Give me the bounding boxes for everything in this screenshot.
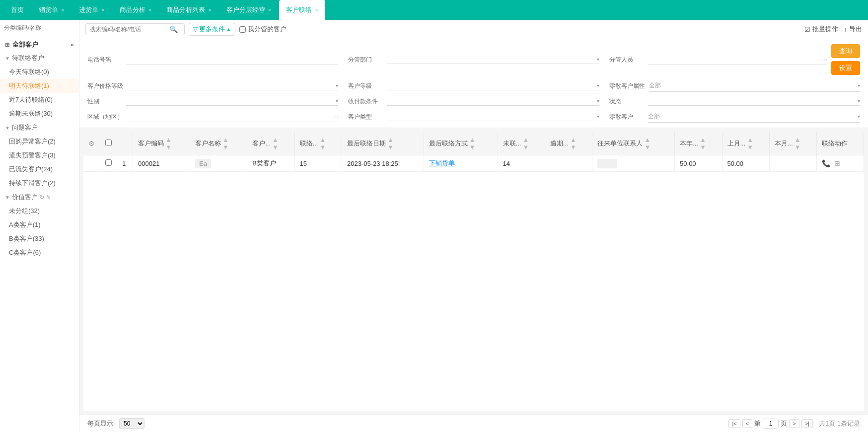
- col-name: 客户名称 ▲▼: [190, 132, 247, 155]
- first-page-button[interactable]: |<: [728, 419, 740, 428]
- my-customers-checkbox-area: 我分管的客户: [239, 25, 287, 34]
- caret-icon8: ▾: [597, 114, 599, 119]
- caret-icon5: ▾: [336, 98, 338, 104]
- sort-arrows-name: ▲▼: [222, 136, 229, 151]
- sort-arrows-type: ▲▼: [272, 136, 279, 151]
- sidebar-item-class-a[interactable]: A类客户(1): [0, 218, 79, 232]
- nav-customer-contact[interactable]: 客户联络 ×: [279, 0, 325, 20]
- caret-icon2: ▾: [336, 83, 338, 88]
- nav-product-analysis[interactable]: 商品分析 ×: [113, 0, 158, 20]
- col-type: 客户... ▲▼: [247, 132, 294, 155]
- export-icon: ↑: [844, 26, 848, 33]
- sidebar-group-pending-contact[interactable]: ▼ 待联络客户: [0, 51, 79, 65]
- caret-icon4: ▾: [858, 83, 860, 88]
- sort-arrows-this-year: ▲▼: [700, 136, 706, 151]
- filter-more-icon[interactable]: ···: [822, 56, 827, 63]
- filter-phone: 电话号码: [87, 44, 338, 75]
- query-button[interactable]: 查询: [831, 44, 860, 58]
- filter-region-more-icon[interactable]: ···: [333, 113, 338, 120]
- filter-status: 状态 ▾: [609, 97, 860, 106]
- sidebar-item-class-c[interactable]: C类客户(6): [0, 246, 79, 260]
- sidebar-item-tomorrow-pending[interactable]: 明天待联络(1): [0, 79, 79, 93]
- filter-customer-type: 客户类型 ▾: [348, 111, 599, 123]
- sidebar-item-7days-pending[interactable]: 近7天待联络(0): [0, 93, 79, 107]
- prev-page-button[interactable]: <: [742, 419, 752, 428]
- filter-manager-select[interactable]: ···: [648, 55, 827, 65]
- sidebar-group-problem-customers[interactable]: ▼ 问题客户: [0, 121, 79, 135]
- last-page-button[interactable]: >|: [801, 419, 813, 428]
- nav-purchase-order[interactable]: 进货单 ×: [72, 0, 111, 20]
- sidebar-item-declining[interactable]: 持续下滑客户(2): [0, 176, 79, 190]
- sort-arrows-date: ▲▼: [387, 136, 394, 151]
- sidebar-all-customers[interactable]: ⊞ 全部客户 «: [0, 36, 79, 51]
- row-last-contact-date: 2023-05-23 18:25:: [342, 155, 424, 172]
- next-page-button[interactable]: >: [789, 419, 799, 428]
- export-button[interactable]: ↑ 导出: [844, 25, 863, 34]
- sidebar-item-repurchase-anomaly[interactable]: 回购异常客户(2): [0, 135, 79, 148]
- row-action: 📞 ⊞: [817, 155, 864, 172]
- filter-payment-select[interactable]: ▾: [387, 97, 599, 106]
- sort-arrows-code: ▲▼: [165, 136, 172, 151]
- table-settings-icon[interactable]: ⚙: [88, 140, 95, 147]
- filter-price-level-select[interactable]: ▾: [127, 81, 338, 90]
- collapse-icon: «: [71, 41, 74, 48]
- filter-phone-input[interactable]: [126, 55, 338, 65]
- nav-close-sales-order[interactable]: ×: [61, 7, 64, 13]
- nav-sales-order[interactable]: 销货单 ×: [32, 0, 71, 20]
- page-number-input[interactable]: [763, 419, 779, 429]
- filter-status-select[interactable]: ▾: [648, 97, 860, 106]
- col-index: [117, 132, 133, 155]
- value-customers-edit-icon[interactable]: ✎: [46, 194, 51, 201]
- nav-close-customer-stratification[interactable]: ×: [268, 7, 271, 13]
- nav-product-analysis-list[interactable]: 商品分析列表 ×: [159, 0, 218, 20]
- sidebar-item-churn-warning[interactable]: 流失预警客户(3): [0, 148, 79, 162]
- caret-icon9: ▾: [858, 114, 860, 119]
- filter-dept-select[interactable]: ▾: [387, 55, 599, 64]
- filter-customer-level-select[interactable]: ▾: [387, 81, 599, 90]
- caret-icon7: ▾: [858, 98, 860, 104]
- top-navigation: 首页 销货单 × 进货单 × 商品分析 × 商品分析列表 × 客户分层经营 × …: [0, 0, 868, 20]
- sidebar-item-ungrouped[interactable]: 未分组(32): [0, 204, 79, 218]
- nav-customer-stratification[interactable]: 客户分层经营 ×: [219, 0, 278, 20]
- value-customers-refresh-icon[interactable]: ↻: [40, 194, 44, 201]
- sort-arrows-not-contacted: ▲▼: [522, 136, 529, 151]
- main-search-input[interactable]: [90, 26, 169, 33]
- nav-close-customer-contact[interactable]: ×: [315, 7, 318, 13]
- row-action-phone-icon[interactable]: 📞: [822, 159, 830, 167]
- sidebar-item-class-b[interactable]: B类客户(33): [0, 232, 79, 246]
- sort-arrows-contacts: ▲▼: [319, 136, 326, 151]
- row-select-checkbox[interactable]: [105, 159, 112, 166]
- row-this-year: 50.00: [675, 155, 722, 172]
- col-gear: ⚙: [83, 132, 100, 155]
- my-customers-checkbox[interactable]: [239, 26, 246, 33]
- sidebar-item-today-pending[interactable]: 今天待联络(0): [0, 65, 79, 79]
- filter-customer-level: 客户等级 ▾: [348, 80, 599, 92]
- nav-close-product-analysis-list[interactable]: ×: [208, 7, 211, 13]
- nav-close-product-analysis[interactable]: ×: [148, 7, 151, 13]
- filter-payment: 收付款条件 ▾: [348, 97, 599, 106]
- setting-button[interactable]: 设置: [831, 61, 860, 75]
- filter-customer-type-select[interactable]: ▾: [387, 112, 599, 121]
- filter-gender-select[interactable]: ▾: [126, 97, 338, 106]
- main-search-button[interactable]: 🔍: [169, 25, 178, 33]
- more-filters-button[interactable]: ▽ 更多条件 ▲: [189, 23, 235, 36]
- nav-close-purchase-order[interactable]: ×: [101, 7, 104, 13]
- select-all-checkbox[interactable]: [105, 140, 112, 146]
- filter-retail-attr-select[interactable]: 全部 ▾: [649, 80, 860, 92]
- row-action-more-icon[interactable]: ⊞: [834, 159, 840, 167]
- filter-retail-customer-select[interactable]: 全部 ▾: [648, 111, 860, 123]
- batch-operation-button[interactable]: ☑ 批量操作: [804, 25, 838, 34]
- filter-region-select[interactable]: ···: [127, 112, 338, 122]
- sort-arrows-overdue: ▲▼: [570, 136, 577, 151]
- per-page-select[interactable]: 50 100 200: [119, 418, 145, 429]
- filter-retail-attr: 零散客户属性 全部 ▾: [609, 80, 860, 92]
- sidebar-group-value-customers[interactable]: ▼ 价值客户 ↻ ✎: [0, 190, 79, 204]
- sidebar-item-churned[interactable]: 已流失客户(24): [0, 162, 79, 176]
- caret-icon6: ▾: [597, 98, 599, 104]
- nav-home[interactable]: 首页: [4, 0, 31, 20]
- filter-actions: 查询 设置: [831, 44, 860, 75]
- sidebar-item-overdue-contact[interactable]: 逾期未联络(30): [0, 107, 79, 121]
- sidebar-search-input[interactable]: [4, 24, 78, 31]
- filter-dept: 分管部门 ▾: [348, 44, 599, 75]
- chevron-up-icon: ▲: [226, 27, 231, 32]
